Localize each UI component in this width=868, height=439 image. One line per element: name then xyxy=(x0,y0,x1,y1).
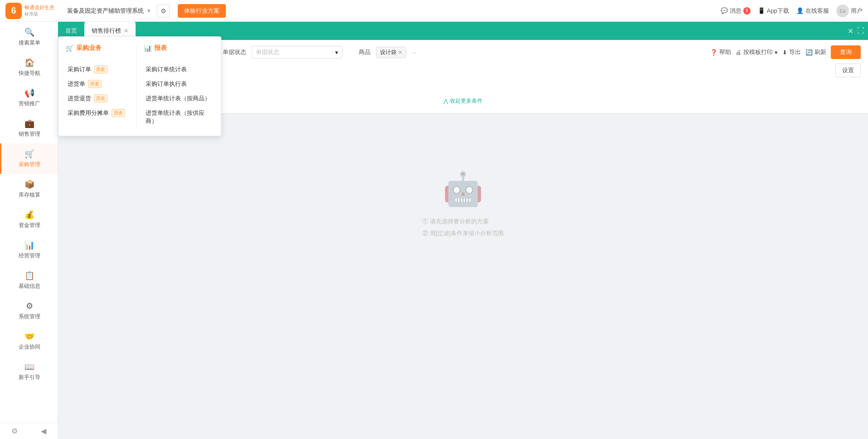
help-icon: ❓ xyxy=(710,49,717,56)
inbound-goods-label: 进货单统计表（按商品） xyxy=(146,94,210,103)
messages-btn[interactable]: 💬 消息 9 xyxy=(721,7,751,15)
print-label: 按模板打印 xyxy=(743,48,773,56)
user-label: 用户 xyxy=(851,7,863,15)
empty-hint-1: ① 请先选择要分析的方案 ② 用[过滤]条件来缩小分析范围 xyxy=(422,216,504,239)
sidebar-item-system-label: 系统管理 xyxy=(19,313,40,321)
sidebar-item-marketing[interactable]: 📢 营销推广 xyxy=(0,83,58,113)
online-service-label: 在线客服 xyxy=(805,7,829,15)
app-download-label: App下载 xyxy=(767,7,789,15)
inventory-icon: 📦 xyxy=(24,179,34,189)
guide-icon: 📖 xyxy=(24,362,34,372)
logo-tag: 标准版 xyxy=(24,11,54,17)
sidebar-item-enterprise[interactable]: 🤝 企业协同 xyxy=(0,326,58,356)
sidebar-item-finance-label: 资金管理 xyxy=(19,222,40,229)
messages-badge: 9 xyxy=(743,7,751,15)
print-dropdown-icon: ▾ xyxy=(775,49,778,56)
sidebar-item-search-label: 搜索菜单 xyxy=(19,39,40,47)
po-stats-label: 采购订单统计表 xyxy=(146,65,187,74)
sidebar-item-inventory-label: 库存核算 xyxy=(19,191,40,199)
sidebar-item-search[interactable]: 🔍 搜索菜单 xyxy=(0,22,58,52)
voucher-status-select[interactable]: 单据状态 ▾ xyxy=(252,46,342,59)
inbound-supplier-label: 进货单统计表（按供应商） xyxy=(146,109,212,125)
sidebar-item-guide[interactable]: 📖 新手引导 xyxy=(0,356,58,387)
tab-maximize-icon[interactable]: ⛶ xyxy=(857,27,864,35)
sidebar-item-enterprise-label: 企业协同 xyxy=(19,343,40,351)
purchase-order-label: 采购订单 xyxy=(68,65,91,74)
logo-text: 畅通道好生意 xyxy=(24,4,54,10)
settings-button[interactable]: ⚙ xyxy=(157,5,170,17)
sidebar-item-quick-nav-label: 快捷导航 xyxy=(19,69,40,77)
app-container: 6 畅通道好生意 标准版 装备及固定资产辅助管理系统 ▾ ⚙ 体验行业方案 💬 … xyxy=(0,0,868,439)
help-btn[interactable]: ❓ 帮助 xyxy=(710,48,731,56)
sidebar-item-sales[interactable]: 💼 销售管理 xyxy=(0,113,58,143)
sidebar-item-operations-label: 经营管理 xyxy=(19,252,40,260)
query-btn[interactable]: 查询 xyxy=(831,45,861,59)
logo-area: 6 畅通道好生意 标准版 xyxy=(5,3,63,19)
home-icon: 🏠 xyxy=(24,58,34,68)
user-area[interactable]: Ea 用户 xyxy=(836,5,863,17)
sidebar-settings-btn[interactable]: ⚙ xyxy=(11,427,18,435)
print-btn[interactable]: 🖨 按模板打印 ▾ xyxy=(736,48,778,56)
tab-bar-right: ✕ ⛶ xyxy=(848,27,868,35)
sidebar-item-system[interactable]: ⚙ 系统管理 xyxy=(0,296,58,326)
system-title-area: 装备及固定资产辅助管理系统 ▾ ⚙ 体验行业方案 xyxy=(67,4,226,18)
sidebar-item-inventory[interactable]: 📦 库存核算 xyxy=(0,174,58,204)
online-service-btn[interactable]: 👤 在线客服 xyxy=(796,7,829,15)
dropdown-item-return[interactable]: 进货退货 历史 xyxy=(66,91,136,106)
print-icon: 🖨 xyxy=(736,49,741,56)
sidebar-item-operations[interactable]: 📊 经营管理 xyxy=(0,235,58,265)
tab-sales-rank-label: 销售排行榜 xyxy=(92,27,121,35)
purchase-col: 🛒 采购业务 采购订单 历史 进货单 历史 进货退货 历史 采购费用分摊单 xyxy=(66,44,136,128)
report-col: 📊 报表 采购订单统计表 采购订单执行表 进货单统计表（按商品） 进货单统计表（… xyxy=(136,44,214,128)
return-history-badge: 历史 xyxy=(94,94,107,103)
purchase-col-title-text: 采购业务 xyxy=(76,44,102,52)
tab-home-label: 首页 xyxy=(65,27,77,35)
marketing-icon: 📢 xyxy=(24,88,34,98)
purchase-col-icon: 🛒 xyxy=(66,44,73,52)
report-col-icon: 📊 xyxy=(144,44,151,52)
collapse-icon: ⋀ xyxy=(444,98,448,104)
enterprise-icon: 🤝 xyxy=(24,331,34,341)
purchase-icon: 🛒 xyxy=(24,149,34,159)
tab-close-window-icon[interactable]: ✕ xyxy=(848,27,853,35)
sidebar-item-basic[interactable]: 📋 基础信息 xyxy=(0,265,58,296)
setting-btn[interactable]: 设置 xyxy=(835,64,861,77)
industry-btn[interactable]: 体验行业方案 xyxy=(178,4,226,18)
system-icon: ⚙ xyxy=(26,301,33,311)
avatar: Ea xyxy=(836,5,849,17)
sidebar-item-basic-label: 基础信息 xyxy=(19,282,40,290)
po-exec-label: 采购订单执行表 xyxy=(146,80,187,88)
sidebar-item-purchase-label: 采购管理 xyxy=(19,161,40,168)
dropdown-item-purchase-order[interactable]: 采购订单 历史 xyxy=(66,62,136,77)
dropdown-cols: 🛒 采购业务 采购订单 历史 进货单 历史 进货退货 历史 采购费用分摊单 xyxy=(66,44,214,128)
collapse-btn[interactable]: ⋀ 收起更多条件 xyxy=(444,94,483,108)
sidebar-item-quick-nav[interactable]: 🏠 快捷导航 xyxy=(0,52,58,83)
goods-more-btn[interactable]: ··· xyxy=(412,49,417,56)
sidebar-item-marketing-label: 营销推广 xyxy=(19,100,40,108)
expense-history-badge: 历史 xyxy=(112,109,125,117)
goods-tag-close-icon[interactable]: ✕ xyxy=(398,49,402,55)
toolbar-right: ❓ 帮助 🖨 按模板打印 ▾ ⬇ 导出 xyxy=(710,45,861,59)
empty-state: 🤖 ① 请先选择要分析的方案 ② 用[过滤]条件来缩小分析范围 xyxy=(58,113,868,295)
logo-info: 畅通道好生意 标准版 xyxy=(24,4,54,17)
dropdown-item-inbound[interactable]: 进货单 历史 xyxy=(66,77,136,91)
dropdown-item-inbound-supplier[interactable]: 进货单统计表（按供应商） xyxy=(144,106,214,128)
empty-icon: 🤖 xyxy=(443,170,483,208)
inbound-history-badge: 历史 xyxy=(88,80,102,88)
inbound-label: 进货单 xyxy=(68,80,85,88)
service-icon: 👤 xyxy=(796,7,804,14)
dropdown-item-po-exec[interactable]: 采购订单执行表 xyxy=(144,77,214,91)
sidebar-collapse-btn[interactable]: ◀ xyxy=(41,427,46,435)
message-icon: 💬 xyxy=(721,7,728,14)
dropdown-item-po-stats[interactable]: 采购订单统计表 xyxy=(144,62,214,77)
report-col-title: 📊 报表 xyxy=(144,44,214,56)
refresh-btn[interactable]: 🔄 刷新 xyxy=(805,48,826,56)
dropdown-item-expense[interactable]: 采购费用分摊单 历史 xyxy=(66,106,136,120)
sidebar-item-finance[interactable]: 💰 资金管理 xyxy=(0,204,58,235)
dropdown-item-inbound-goods[interactable]: 进货单统计表（按商品） xyxy=(144,91,214,106)
sidebar-item-purchase[interactable]: 🛒 采购管理 xyxy=(0,143,58,174)
tab-close-btn[interactable]: ✕ xyxy=(124,28,128,34)
export-btn[interactable]: ⬇ 导出 xyxy=(782,48,801,56)
app-download-btn[interactable]: 📱 App下载 xyxy=(758,7,789,15)
system-title-dropdown-icon[interactable]: ▾ xyxy=(147,7,151,14)
